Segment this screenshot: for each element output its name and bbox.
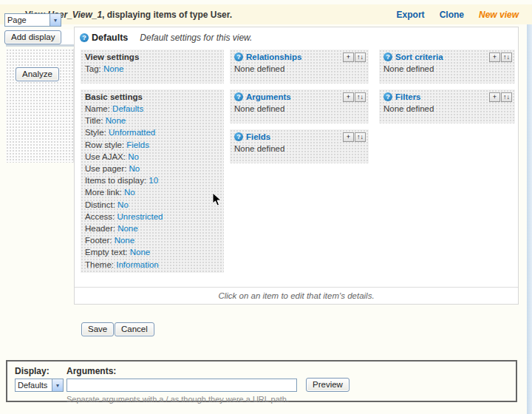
chevron-down-icon: ▾ [50, 14, 61, 26]
setting-label: Use pager: [85, 164, 126, 173]
arguments-help-text: Separate arguments with a / as though th… [66, 395, 289, 404]
rearrange-icon[interactable]: ↑↓ [501, 92, 512, 102]
add-icon[interactable]: + [343, 92, 354, 102]
add-icon[interactable]: + [343, 52, 354, 62]
setting-row: Style: Unformatted [85, 126, 219, 138]
rearrange-icon[interactable]: ↑↓ [355, 132, 366, 142]
panel-subtitle: Default settings for this view. [140, 33, 252, 43]
setting-label: Row style: [85, 140, 124, 149]
setting-value-link[interactable]: Unformatted [109, 128, 155, 137]
display-label: Display: [15, 366, 50, 376]
chevron-down-icon: ▾ [52, 379, 63, 391]
sort-criteria-box: ? Sort criteria None defined + ↑↓ [379, 50, 515, 84]
setting-value-link[interactable]: None [106, 116, 126, 125]
setting-label: Theme: [85, 260, 114, 269]
rearrange-icon[interactable]: ↑↓ [355, 52, 366, 62]
filters-link[interactable]: Filters [395, 92, 421, 101]
add-icon[interactable]: + [343, 132, 354, 142]
title-suffix: , displaying items of type User. [102, 10, 232, 20]
help-icon[interactable]: ? [383, 92, 392, 101]
arguments-link[interactable]: Arguments [246, 92, 291, 101]
setting-value-link[interactable]: No [124, 188, 135, 197]
filters-empty: None defined [383, 103, 511, 115]
setting-row: Distinct: No [85, 199, 219, 211]
sort-criteria-ops: + ↑↓ [489, 52, 512, 62]
basic-settings-rows: Name: Defaults Title: None Style: Unform… [85, 103, 219, 271]
relationships-box: ? Relationships None defined + ↑↓ [230, 50, 369, 84]
setting-row: Footer: None [85, 234, 219, 246]
setting-label: Name: [85, 104, 110, 113]
setting-row: More link: No [85, 186, 219, 198]
help-icon[interactable]: ? [383, 52, 392, 61]
setting-value-link[interactable]: 10 [149, 176, 158, 185]
setting-label: Access: [85, 212, 115, 221]
setting-row: Title: None [85, 115, 219, 126]
help-icon[interactable]: ? [234, 132, 243, 141]
export-link[interactable]: Export [397, 10, 425, 20]
display-sidebar [6, 49, 74, 163]
basic-settings-box: Basic settings Name: Defaults Title: Non… [81, 89, 224, 273]
fields-empty: None defined [234, 143, 364, 155]
setting-value-link[interactable]: No [117, 200, 129, 209]
rearrange-icon[interactable]: ↑↓ [355, 92, 366, 102]
fields-link[interactable]: Fields [246, 132, 270, 141]
setting-label: Footer: [85, 236, 112, 245]
setting-label: Distinct: [85, 200, 115, 209]
setting-value-link[interactable]: No [128, 152, 139, 161]
setting-row: Row style: Fields [85, 139, 219, 151]
arguments-input[interactable] [66, 379, 297, 392]
setting-row: Use AJAX: No [85, 151, 219, 163]
view-settings-title: View settings [85, 52, 219, 61]
setting-value-link[interactable]: Unrestricted [117, 212, 163, 221]
setting-label: Use AJAX: [85, 152, 126, 161]
page-background-edge [527, 24, 532, 414]
setting-row: Name: Defaults [85, 103, 219, 115]
sort-criteria-link[interactable]: Sort criteria [395, 52, 443, 61]
analyze-button[interactable]: Analyze [16, 67, 59, 81]
add-icon[interactable]: + [489, 52, 500, 62]
arguments-label: Arguments: [66, 366, 116, 376]
relationships-empty: None defined [234, 63, 364, 75]
setting-row: Access: Unrestricted [85, 211, 219, 223]
setting-value-link[interactable]: None [103, 64, 124, 73]
setting-label: More link: [85, 188, 122, 197]
clone-link[interactable]: Clone [440, 10, 464, 20]
preview-button[interactable]: Preview [306, 378, 349, 392]
setting-label: Tag: [85, 64, 101, 73]
setting-row: Tag: None [85, 63, 219, 75]
setting-value-link[interactable]: None [130, 248, 151, 257]
basic-settings-title: Basic settings [85, 92, 219, 101]
setting-value-link[interactable]: Information [116, 260, 159, 269]
help-icon[interactable]: ? [234, 52, 243, 61]
setting-value-link[interactable]: No [129, 164, 140, 173]
setting-label: Items to display: [85, 176, 146, 185]
setting-label: Empty text: [85, 248, 128, 257]
fields-box: ? Fields None defined + ↑↓ [230, 129, 369, 163]
display-type-select[interactable]: Page ▾ [4, 13, 61, 27]
setting-value-link[interactable]: None [117, 224, 138, 233]
preview-display-select-value: Defaults [16, 381, 52, 390]
cancel-button[interactable]: Cancel [115, 322, 154, 336]
save-button[interactable]: Save [81, 322, 114, 336]
arguments-ops: + ↑↓ [343, 92, 366, 102]
sort-criteria-empty: None defined [383, 63, 511, 75]
edit-hint: Click on an item to edit that item's det… [75, 287, 518, 304]
help-icon[interactable]: ? [80, 33, 89, 42]
preview-display-select[interactable]: Defaults ▾ [15, 379, 64, 392]
setting-value-link[interactable]: None [115, 236, 135, 245]
new-view-link[interactable]: New view [479, 10, 519, 20]
rearrange-icon[interactable]: ↑↓ [501, 52, 512, 62]
fields-ops: + ↑↓ [343, 132, 366, 142]
setting-label: Header: [85, 224, 115, 233]
add-icon[interactable]: + [489, 92, 500, 102]
view-edit-panel: ? Defaults Default settings for this vie… [74, 27, 519, 305]
add-display-button[interactable]: Add display [4, 30, 61, 44]
setting-value-link[interactable]: Fields [126, 140, 149, 149]
live-preview-box: Display: Arguments: Defaults ▾ Preview S… [6, 360, 517, 402]
help-icon[interactable]: ? [234, 92, 243, 101]
panel-title: Defaults [92, 33, 128, 43]
setting-value-link[interactable]: Defaults [112, 104, 143, 113]
panel-heading: ? Defaults Default settings for this vie… [80, 33, 252, 43]
setting-row: Empty text: None [85, 246, 219, 258]
relationships-link[interactable]: Relationships [246, 52, 301, 61]
